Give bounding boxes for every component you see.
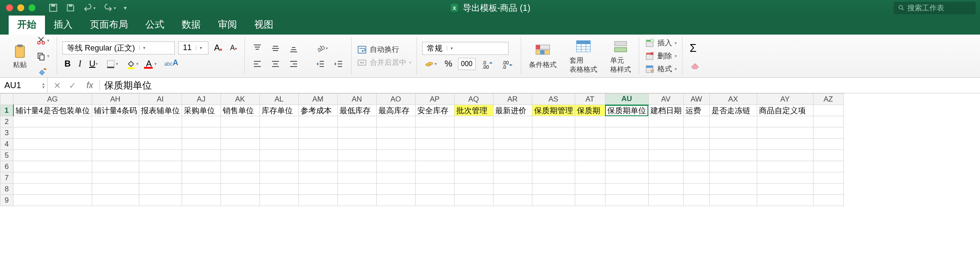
cell-AK1[interactable]: 销售单位 xyxy=(221,105,259,116)
cell-AZ3[interactable] xyxy=(813,127,843,139)
cell-AG1[interactable]: 辅计量4是否包装单位 xyxy=(13,105,92,116)
cell-AV8[interactable] xyxy=(648,184,683,195)
column-header-AL[interactable]: AL xyxy=(259,94,298,105)
cell-AH7[interactable] xyxy=(92,172,139,184)
cell-AS7[interactable] xyxy=(532,172,575,184)
cell-AN2[interactable] xyxy=(337,116,376,127)
tab-页面布局[interactable]: 页面布局 xyxy=(81,14,137,35)
cell-AL1[interactable]: 库存单位 xyxy=(259,105,298,116)
cell-AO8[interactable] xyxy=(376,184,415,195)
cell-AP8[interactable] xyxy=(415,184,454,195)
enter-formula-icon[interactable]: ✓ xyxy=(69,80,76,91)
italic-button[interactable]: I xyxy=(76,57,83,70)
cell-AO2[interactable] xyxy=(376,116,415,127)
copy-button[interactable]: ▾ xyxy=(34,50,51,63)
cell-AN7[interactable] xyxy=(337,172,376,184)
name-box[interactable]: ▲▼ xyxy=(0,78,48,93)
cell-AS9[interactable] xyxy=(532,195,575,206)
cell-AT7[interactable] xyxy=(575,172,605,184)
cell-AR3[interactable] xyxy=(493,127,532,139)
tab-数据[interactable]: 数据 xyxy=(173,14,209,35)
cell-AK4[interactable] xyxy=(221,139,259,150)
cell-AQ7[interactable] xyxy=(454,172,493,184)
cell-AW1[interactable]: 运费 xyxy=(683,105,709,116)
align-left-button[interactable] xyxy=(250,57,265,70)
cell-AT2[interactable] xyxy=(575,116,605,127)
column-header-AK[interactable]: AK xyxy=(221,94,259,105)
cell-AR9[interactable] xyxy=(493,195,532,206)
spreadsheet-grid[interactable]: AGAHAIAJAKALAMANAOAPAQARASATAUAVAWAXAYAZ… xyxy=(0,93,980,267)
cell-AU9[interactable] xyxy=(605,195,648,206)
column-header-AH[interactable]: AH xyxy=(92,94,139,105)
cell-AM5[interactable] xyxy=(298,150,337,161)
cell-AM6[interactable] xyxy=(298,161,337,172)
cell-AV9[interactable] xyxy=(648,195,683,206)
paste-button[interactable]: 粘贴 xyxy=(10,42,30,70)
decrease-font-button[interactable]: A▾ xyxy=(228,43,239,53)
cell-AW2[interactable] xyxy=(683,116,709,127)
tab-审阅[interactable]: 审阅 xyxy=(209,14,246,35)
redo-button[interactable]: ▾ xyxy=(103,3,116,13)
number-format-combo[interactable]: 常规▾ xyxy=(422,42,509,55)
cell-AJ8[interactable] xyxy=(182,184,221,195)
cell-AQ3[interactable] xyxy=(454,127,493,139)
row-header-2[interactable]: 2 xyxy=(0,116,13,127)
cell-AX1[interactable]: 是否走冻链 xyxy=(709,105,757,116)
minimize-button[interactable] xyxy=(17,4,24,11)
cell-AT5[interactable] xyxy=(575,150,605,161)
cell-AR5[interactable] xyxy=(493,150,532,161)
undo-button[interactable]: ▾ xyxy=(83,3,96,13)
cell-AV4[interactable] xyxy=(648,139,683,150)
cell-AH6[interactable] xyxy=(92,161,139,172)
cell-AT4[interactable] xyxy=(575,139,605,150)
cell-AP5[interactable] xyxy=(415,150,454,161)
wrap-text-button[interactable]: 自动换行 xyxy=(357,44,411,55)
cell-AV7[interactable] xyxy=(648,172,683,184)
cell-AR8[interactable] xyxy=(493,184,532,195)
cell-AW7[interactable] xyxy=(683,172,709,184)
align-center-button[interactable] xyxy=(268,57,283,70)
cell-AV6[interactable] xyxy=(648,161,683,172)
decrease-indent-button[interactable] xyxy=(313,57,328,70)
row-header-6[interactable]: 6 xyxy=(0,161,13,172)
cell-AJ6[interactable] xyxy=(182,161,221,172)
cell-AS8[interactable] xyxy=(532,184,575,195)
cell-AK7[interactable] xyxy=(221,172,259,184)
cell-AY6[interactable] xyxy=(757,161,813,172)
column-header-AY[interactable]: AY xyxy=(757,94,813,105)
cell-AY9[interactable] xyxy=(757,195,813,206)
cell-AR2[interactable] xyxy=(493,116,532,127)
cell-AU7[interactable] xyxy=(605,172,648,184)
cell-AL8[interactable] xyxy=(259,184,298,195)
cell-AH4[interactable] xyxy=(92,139,139,150)
cell-AG2[interactable] xyxy=(13,116,92,127)
cell-AW6[interactable] xyxy=(683,161,709,172)
cell-AG8[interactable] xyxy=(13,184,92,195)
clear-button[interactable] xyxy=(688,59,702,72)
delete-cells-button[interactable]: 删除▾ xyxy=(644,51,677,61)
cell-AZ2[interactable] xyxy=(813,116,843,127)
cell-AJ3[interactable] xyxy=(182,127,221,139)
cell-AN3[interactable] xyxy=(337,127,376,139)
cell-AW5[interactable] xyxy=(683,150,709,161)
cell-AP7[interactable] xyxy=(415,172,454,184)
tab-公式[interactable]: 公式 xyxy=(137,14,173,35)
cell-AM1[interactable]: 参考成本 xyxy=(298,105,337,116)
namebox-down[interactable]: ▼ xyxy=(42,86,45,89)
close-button[interactable] xyxy=(6,4,13,11)
cell-AO7[interactable] xyxy=(376,172,415,184)
cell-AS3[interactable] xyxy=(532,127,575,139)
cell-AK8[interactable] xyxy=(221,184,259,195)
column-header-AU[interactable]: AU xyxy=(605,94,648,105)
cell-AJ4[interactable] xyxy=(182,139,221,150)
cell-reference-input[interactable] xyxy=(0,80,35,90)
cell-AH1[interactable]: 辅计量4条码 xyxy=(92,105,139,116)
cell-AV5[interactable] xyxy=(648,150,683,161)
search-sheet[interactable]: 搜索工作表 xyxy=(894,2,976,14)
column-header-AS[interactable]: AS xyxy=(532,94,575,105)
cell-AW9[interactable] xyxy=(683,195,709,206)
cell-AL4[interactable] xyxy=(259,139,298,150)
cell-AQ9[interactable] xyxy=(454,195,493,206)
orientation-button[interactable]: ab▾ xyxy=(313,42,330,55)
cell-AV1[interactable]: 建档日期 xyxy=(648,105,683,116)
